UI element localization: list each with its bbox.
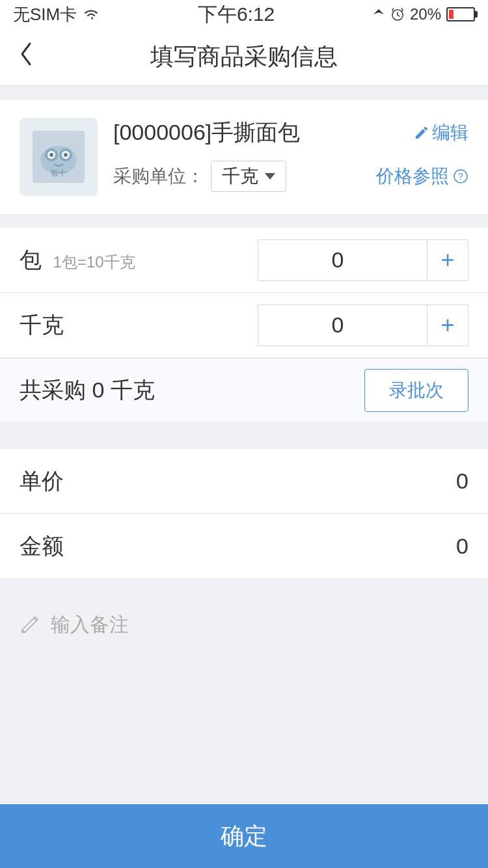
product-image: 智十 — [20, 118, 98, 196]
location-icon — [372, 8, 385, 21]
price-reference-button[interactable]: 价格参照 ? — [376, 164, 468, 189]
notes-section[interactable]: 输入备注 — [0, 592, 488, 657]
svg-line-2 — [398, 15, 400, 16]
carrier-text: 无SIM卡 — [13, 3, 77, 26]
back-button[interactable] — [18, 41, 34, 73]
summary-row: 共采购 0 千克 录批次 — [0, 358, 488, 423]
nav-bar: 填写商品采购信息 — [0, 29, 488, 86]
unit-price-row: 单价 0 — [0, 449, 488, 514]
bag-input-row: 包 1包=10千克 + — [0, 228, 488, 293]
notes-placeholder: 输入备注 — [51, 612, 129, 638]
kg-input-row: 千克 + — [0, 293, 488, 358]
battery-fill — [449, 10, 454, 19]
product-unit-row: 采购单位： 千克 价格参照 ? — [113, 161, 468, 192]
input-section: 包 1包=10千克 + 千克 + — [0, 228, 488, 358]
dropdown-arrow-icon — [265, 173, 275, 180]
status-bar: 无SIM卡 下午6:12 20% — [0, 0, 488, 29]
amount-value: 0 — [456, 534, 468, 559]
wifi-icon — [82, 8, 100, 21]
product-logo: 智十 — [33, 131, 85, 183]
confirm-button[interactable]: 确定 — [0, 804, 488, 868]
section-divider-2 — [0, 423, 488, 436]
product-card: 智十 [0000006]手撕面包 编辑 采购单位： 千克 — [0, 99, 488, 215]
edit-icon — [414, 125, 429, 141]
record-batch-button[interactable]: 录批次 — [364, 369, 468, 412]
unit-price-value: 0 — [456, 468, 468, 494]
summary-text: 共采购 0 千克 — [20, 375, 155, 405]
product-info: [0000006]手撕面包 编辑 采购单位： 千克 价格参照 — [113, 118, 468, 192]
unit-label: 采购单位： 千克 — [113, 161, 286, 192]
page-title: 填写商品采购信息 — [150, 41, 338, 73]
help-icon: ? — [453, 169, 468, 184]
kg-input-control: + — [98, 305, 468, 346]
kg-plus-button[interactable]: + — [427, 305, 468, 346]
svg-point-9 — [64, 153, 68, 157]
unit-price-label: 单价 — [20, 467, 64, 496]
svg-point-8 — [49, 153, 53, 157]
pencil-icon — [20, 614, 40, 635]
product-name-row: [0000006]手撕面包 编辑 — [113, 118, 468, 148]
battery-percent: 20% — [410, 5, 441, 23]
amount-label: 金额 — [20, 532, 64, 562]
bag-input-control: + — [135, 239, 468, 281]
bag-quantity-input[interactable] — [258, 239, 427, 281]
edit-button[interactable]: 编辑 — [414, 120, 468, 145]
status-left: 无SIM卡 — [13, 3, 100, 26]
status-right: 20% — [372, 5, 475, 23]
bag-label: 包 1包=10千克 — [20, 245, 135, 275]
section-divider-1 — [0, 215, 488, 228]
unit-select[interactable]: 千克 — [211, 161, 286, 192]
product-name: [0000006]手撕面包 — [113, 118, 300, 148]
kg-label: 千克 — [20, 310, 98, 340]
svg-text:?: ? — [458, 171, 463, 182]
svg-text:智十: 智十 — [51, 169, 66, 178]
price-section: 单价 0 金额 0 — [0, 449, 488, 579]
amount-row: 金额 0 — [0, 514, 488, 579]
status-time: 下午6:12 — [198, 1, 275, 28]
alarm-icon — [390, 7, 405, 21]
battery-icon — [446, 7, 475, 21]
kg-quantity-input[interactable] — [258, 305, 427, 346]
bag-plus-button[interactable]: + — [427, 239, 468, 281]
